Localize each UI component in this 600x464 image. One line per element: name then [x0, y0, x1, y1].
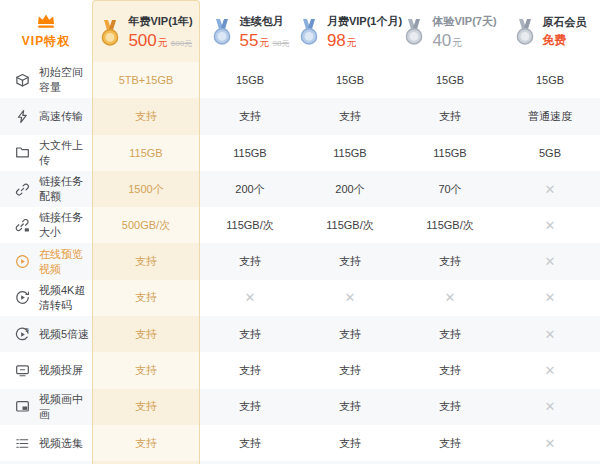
gold-medal-icon [99, 20, 121, 46]
feature-value: 支持 [200, 352, 300, 388]
feature-value: 200个 [200, 171, 300, 207]
feature-value: 70个 [400, 171, 500, 207]
feature-value: 支持 [92, 352, 200, 388]
feature-value: 15GB [200, 62, 300, 98]
feature-row: 链接任务配额1500个200个200个70个✕ [0, 171, 600, 207]
pip-icon [15, 399, 30, 414]
feature-label: 初始空间容量 [39, 65, 92, 95]
not-supported-x-icon: ✕ [500, 243, 600, 279]
link-size-icon [15, 218, 30, 233]
link-icon [15, 182, 30, 197]
feature-value: 115GB [300, 135, 400, 171]
not-supported-x-icon: ✕ [500, 425, 600, 461]
feature-row: 高速传输支持支持支持支持普通速度 [0, 98, 600, 134]
plan-header-monthly-sub[interactable]: 连续包月55元98元 [200, 0, 300, 62]
feature-label-cell[interactable]: 链接任务配额 [0, 171, 92, 207]
features-rows: 初始空间容量5TB+15GB15GB15GB15GB15GB高速传输支持支持支持… [0, 62, 600, 461]
plan-title: 年费VIP(1年) [128, 14, 192, 29]
blue-medal-icon [211, 19, 233, 45]
crown-icon [36, 13, 56, 29]
play-4k-icon [15, 290, 30, 305]
folder-icon [15, 145, 30, 160]
feature-value: 支持 [200, 98, 300, 134]
feature-label-cell[interactable]: 在线预览视频 [0, 243, 92, 279]
feature-value: 支持 [200, 243, 300, 279]
plan-price-unit: 元 [158, 36, 168, 50]
feature-label: 高速传输 [39, 109, 83, 124]
plan-price-unit: 元 [452, 36, 462, 50]
feature-label: 视频投屏 [39, 363, 83, 378]
feature-label: 视频5倍速 [39, 327, 89, 342]
silver-medal-icon [514, 19, 536, 45]
feature-label: 链接任务配额 [39, 174, 92, 204]
feature-label-cell[interactable]: 初始空间容量 [0, 62, 92, 98]
not-supported-x-icon: ✕ [500, 280, 600, 316]
feature-label-cell[interactable]: 链接任务大小 [0, 207, 92, 243]
not-supported-x-icon: ✕ [500, 389, 600, 425]
feature-value: 支持 [92, 280, 200, 316]
plan-price-line: 免费 [543, 32, 587, 49]
plan-title: 月费VIP(1个月) [327, 14, 402, 29]
feature-value: 支持 [92, 243, 200, 279]
feature-value: 支持 [92, 316, 200, 352]
feature-label-cell[interactable]: 5视频5倍速 [0, 316, 92, 352]
feature-label: 大文件上传 [39, 138, 92, 168]
plan-price: 55 [240, 31, 259, 51]
plan-price-line: 500元600元 [128, 31, 192, 51]
feature-value: 115GB/次 [200, 207, 300, 243]
plan-header-free[interactable]: 原石会员免费 [500, 0, 600, 62]
vip-privileges-label: VIP特权 [22, 33, 70, 50]
feature-value: 支持 [400, 425, 500, 461]
feature-label: 视频画中画 [39, 392, 92, 422]
not-supported-x-icon: ✕ [500, 316, 600, 352]
plan-price: 98 [327, 31, 346, 51]
feature-label-cell[interactable]: 视频画中画 [0, 389, 92, 425]
feature-row: 视频选集支持支持支持支持✕ [0, 425, 600, 461]
feature-value: 115GB [200, 135, 300, 171]
plan-header-annual[interactable]: 年费VIP(1年)500元600元 [92, 0, 200, 62]
feature-row: 大文件上传115GB115GB115GB115GB5GB [0, 135, 600, 171]
play-speed-icon: 5 [15, 327, 30, 342]
plan-price: 40 [432, 31, 451, 51]
feature-value: 支持 [92, 425, 200, 461]
feature-label-cell[interactable]: 视频4K超清转码 [0, 280, 92, 316]
feature-label: 在线预览视频 [39, 247, 92, 277]
feature-value: 支持 [300, 425, 400, 461]
feature-value: 支持 [200, 389, 300, 425]
feature-value: 115GB [400, 135, 500, 171]
plan-title: 连续包月 [240, 14, 290, 29]
feature-label-cell[interactable]: 视频投屏 [0, 352, 92, 388]
plan-original-price: 600元 [171, 38, 192, 49]
cast-screen-icon [15, 363, 30, 378]
box-icon [15, 73, 30, 88]
feature-row: 在线预览视频支持支持支持支持✕ [0, 243, 600, 279]
feature-value: 普通速度 [500, 98, 600, 134]
feature-label-cell[interactable]: 高速传输 [0, 98, 92, 134]
feature-value: 15GB [300, 62, 400, 98]
play-circle-icon [15, 254, 30, 269]
plan-price-unit: 元 [347, 36, 357, 50]
feature-value: 115GB/次 [400, 207, 500, 243]
feature-label-cell[interactable]: 视频选集 [0, 425, 92, 461]
feature-value: 支持 [400, 352, 500, 388]
svg-text:5: 5 [25, 327, 29, 333]
lightning-icon [15, 109, 30, 124]
plan-original-price: 98元 [273, 38, 290, 49]
silver-medal-icon [403, 19, 425, 45]
feature-value: 支持 [200, 425, 300, 461]
plan-header-monthly[interactable]: 月费VIP(1个月)98元 [300, 0, 400, 62]
feature-label-cell[interactable]: 大文件上传 [0, 135, 92, 171]
feature-row: 初始空间容量5TB+15GB15GB15GB15GB15GB [0, 62, 600, 98]
feature-value: 支持 [400, 389, 500, 425]
plan-price-line: 55元98元 [240, 31, 290, 51]
not-supported-x-icon: ✕ [500, 352, 600, 388]
feature-value: 200个 [300, 171, 400, 207]
plan-header-trial[interactable]: 体验VIP(7天)40元 [400, 0, 500, 62]
plan-price: 免费 [543, 32, 567, 49]
feature-value: 支持 [300, 352, 400, 388]
plans-header-row: VIP特权 年费VIP(1年)500元600元连续包月55元98元月费VIP(1… [0, 0, 600, 62]
feature-row: 视频画中画支持支持支持支持✕ [0, 389, 600, 425]
vip-privileges-header: VIP特权 [0, 0, 92, 62]
feature-value: 5TB+15GB [92, 62, 200, 98]
feature-value: 5GB [500, 135, 600, 171]
